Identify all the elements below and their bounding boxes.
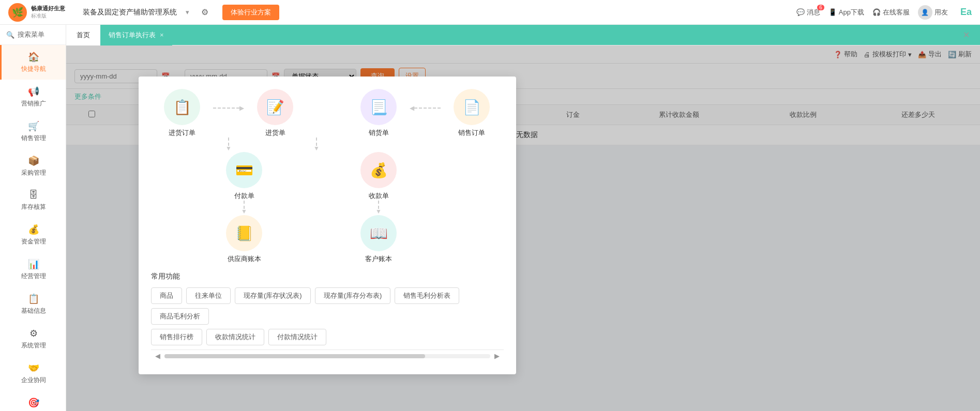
online-service-label: 在线客服 bbox=[883, 8, 910, 17]
search-menu-btn[interactable]: 🔍 搜索菜单 bbox=[0, 25, 66, 45]
logo-sub: 标准版 bbox=[31, 12, 65, 20]
sidebar-item-basic-info[interactable]: 📋 基础信息 bbox=[0, 287, 66, 322]
search-icon: 🔍 bbox=[6, 31, 14, 39]
system-name: 装备及固定资产辅助管理系统 bbox=[83, 8, 177, 17]
purchase-order-icon: 📋 bbox=[164, 89, 200, 125]
func-btn-product-margin[interactable]: 商品毛利分析 bbox=[151, 308, 209, 325]
page-content: ❓ 帮助 🖨 按模板打印 ▾ 📤 导出 🔄 bbox=[66, 45, 980, 411]
supplier-ledger-label: 供应商账本 bbox=[228, 254, 261, 264]
sales-order-icon: 📄 bbox=[454, 89, 490, 125]
receipt-icon: 💰 bbox=[360, 152, 397, 188]
sidebar-item-label: 快捷导航 bbox=[21, 65, 46, 73]
flow-node-sales-order[interactable]: 📄 销售订单 bbox=[441, 89, 503, 138]
inventory-icon: 🗄 bbox=[29, 190, 38, 201]
purchase-icon: 📦 bbox=[28, 155, 39, 166]
sidebar-item-quick-nav[interactable]: 🏠 快捷导航 bbox=[0, 45, 66, 80]
scroll-left-btn[interactable]: ◀ bbox=[155, 352, 160, 360]
sidebar-item-label: 基础信息 bbox=[21, 307, 46, 315]
marketing-icon: 📢 bbox=[28, 86, 39, 97]
logo-icon: 🌿 bbox=[8, 3, 27, 22]
flow-node-sales-bill[interactable]: 📃 销货单 bbox=[348, 89, 410, 138]
common-functions: 常用功能 商品 往来单位 现存量(库存状况表) 现存量(库存分布表) 销售毛利分… bbox=[151, 272, 504, 345]
sidebar-item-enterprise[interactable]: 🤝 企业协同 bbox=[0, 356, 66, 391]
system-title-area: 装备及固定资产辅助管理系统 ▾ ⚙ 体验行业方案 bbox=[74, 5, 279, 20]
sidebar-item-newbie[interactable]: 🎯 新手引导 bbox=[0, 391, 66, 411]
flow-node-purchase-bill[interactable]: 📝 进货单 bbox=[244, 89, 306, 138]
content-area: 首页 销售订单执行表 × ✕ ❓ 帮助 bbox=[66, 25, 980, 411]
customer-ledger-icon: 📖 bbox=[360, 215, 397, 251]
flow-node-customer-ledger[interactable]: 📖 客户账本 bbox=[348, 215, 410, 264]
tab-close-icon[interactable]: × bbox=[160, 31, 164, 39]
tab-bar: 首页 销售订单执行表 × ✕ bbox=[66, 25, 980, 45]
top-right-area: 💬 消息 6 📱 App下载 🎧 在线客服 👤 用友 Ea bbox=[796, 5, 972, 20]
modal-overlay[interactable]: 📋 进货订单 ▶ bbox=[66, 45, 980, 411]
func-btn-product[interactable]: 商品 bbox=[151, 287, 182, 304]
operations-icon: 📊 bbox=[28, 258, 39, 270]
scroll-thumb[interactable] bbox=[164, 354, 425, 358]
app-download-label: App下载 bbox=[839, 8, 864, 17]
func-btn-sales-ranking[interactable]: 销售排行榜 bbox=[151, 329, 202, 345]
func-btn-sales-margin-analysis[interactable]: 销售毛利分析表 bbox=[395, 287, 459, 304]
logo-text: 畅康通好生意 bbox=[31, 5, 65, 12]
message-badge: 6 bbox=[817, 5, 824, 10]
sales-order-label: 销售订单 bbox=[458, 128, 485, 138]
purchase-bill-label: 进货单 bbox=[265, 128, 285, 138]
sales-bill-icon: 📃 bbox=[360, 89, 397, 125]
sidebar-item-label: 库存核算 bbox=[21, 203, 46, 211]
online-service-btn[interactable]: 🎧 在线客服 bbox=[872, 8, 910, 17]
message-btn[interactable]: 💬 消息 6 bbox=[796, 8, 820, 17]
newbie-icon: 🎯 bbox=[28, 397, 39, 408]
flow-node-supplier-ledger[interactable]: 📒 供应商账本 bbox=[213, 215, 275, 264]
tab-bar-right: ✕ bbox=[959, 30, 980, 40]
ea-text: Ea bbox=[960, 7, 972, 18]
supplier-ledger-icon: 📒 bbox=[226, 215, 262, 251]
purchase-bill-icon: 📝 bbox=[257, 89, 293, 125]
user-name: 用友 bbox=[934, 8, 948, 17]
sidebar: 🔍 搜索菜单 🏠 快捷导航 📢 营销推广 🛒 销售管理 📦 采购管理 🗄 bbox=[0, 25, 66, 411]
scroll-track bbox=[164, 354, 490, 358]
sidebar-item-finance[interactable]: 💰 资金管理 bbox=[0, 218, 66, 252]
payment-label: 付款单 bbox=[234, 191, 254, 201]
home-icon: 🏠 bbox=[28, 51, 39, 63]
content-close-btn[interactable]: ✕ bbox=[959, 31, 974, 39]
sidebar-item-sales[interactable]: 🛒 销售管理 bbox=[0, 114, 66, 149]
func-btn-current-stock-status[interactable]: 现存量(库存状况表) bbox=[235, 287, 311, 304]
flow-node-receipt[interactable]: 💰 收款单 bbox=[348, 152, 410, 201]
service-icon: 🎧 bbox=[872, 8, 881, 16]
receipt-label: 收款单 bbox=[369, 191, 389, 201]
gear-icon[interactable]: ⚙ bbox=[198, 5, 212, 20]
sidebar-item-label: 经营管理 bbox=[21, 272, 46, 281]
sales-bill-label: 销货单 bbox=[369, 128, 389, 138]
func-btn-counterparty[interactable]: 往来单位 bbox=[186, 287, 231, 304]
app-download-btn[interactable]: 📱 App下载 bbox=[828, 8, 864, 17]
enterprise-icon: 🤝 bbox=[28, 362, 39, 374]
func-btns-row2: 销售排行榜 收款情况统计 付款情况统计 bbox=[151, 329, 504, 345]
flow-node-payment[interactable]: 💳 付款单 bbox=[213, 152, 275, 201]
common-title: 常用功能 bbox=[151, 272, 504, 281]
func-btn-payment-stats[interactable]: 付款情况统计 bbox=[268, 329, 326, 345]
sidebar-item-purchase[interactable]: 📦 采购管理 bbox=[0, 149, 66, 184]
tab-sales-order[interactable]: 销售订单执行表 × bbox=[100, 25, 172, 45]
sidebar-item-inventory[interactable]: 🗄 库存核算 bbox=[0, 184, 66, 218]
sidebar-item-label: 销售管理 bbox=[21, 134, 46, 143]
sidebar-item-operations[interactable]: 📊 经营管理 bbox=[0, 252, 66, 287]
system-icon: ⚙ bbox=[29, 328, 38, 339]
sidebar-item-marketing[interactable]: 📢 营销推广 bbox=[0, 80, 66, 114]
modal-box: 📋 进货订单 ▶ bbox=[139, 77, 516, 374]
user-avatar: 👤 bbox=[918, 5, 932, 20]
sidebar-item-system[interactable]: ⚙ 系统管理 bbox=[0, 322, 66, 356]
sidebar-item-label: 采购管理 bbox=[21, 169, 46, 177]
user-area[interactable]: 👤 用友 bbox=[918, 5, 948, 20]
search-label: 搜索菜单 bbox=[18, 30, 44, 39]
sidebar-item-label: 系统管理 bbox=[21, 341, 46, 350]
experience-button[interactable]: 体验行业方案 bbox=[222, 5, 279, 20]
sales-icon: 🛒 bbox=[28, 120, 39, 132]
tab-home[interactable]: 首页 bbox=[66, 25, 100, 45]
scroll-right-btn[interactable]: ▶ bbox=[494, 352, 500, 360]
func-btn-receipt-stats[interactable]: 收款情况统计 bbox=[206, 329, 264, 345]
flow-node-purchase-order[interactable]: 📋 进货订单 bbox=[151, 89, 213, 138]
system-dropdown-btn[interactable]: ▾ bbox=[181, 6, 193, 19]
sidebar-item-label: 营销推广 bbox=[21, 99, 46, 108]
func-btn-current-stock-dist[interactable]: 现存量(库存分布表) bbox=[315, 287, 391, 304]
basic-info-icon: 📋 bbox=[28, 293, 39, 305]
